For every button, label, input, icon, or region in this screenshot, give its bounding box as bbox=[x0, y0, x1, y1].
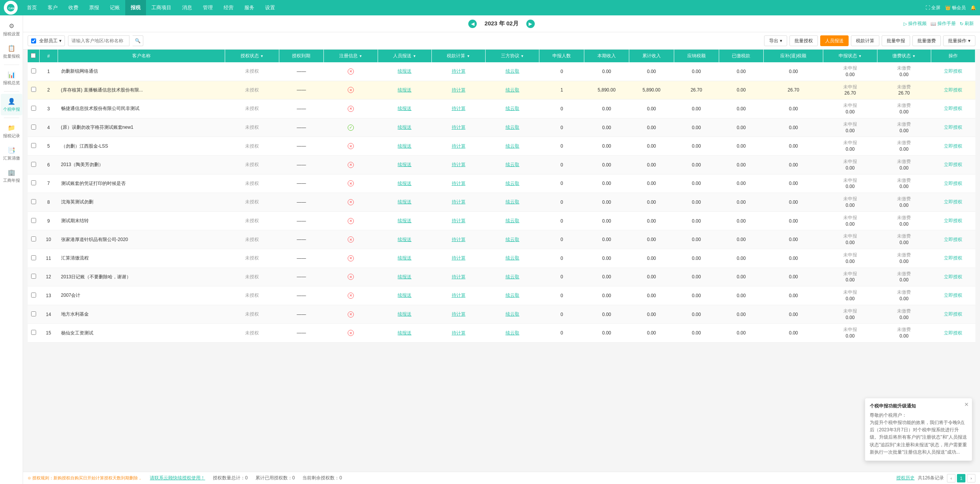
fullscreen-btn[interactable]: ⛶全屏 bbox=[925, 5, 940, 11]
nav-accounting[interactable]: 记账 bbox=[104, 0, 125, 15]
row-checkbox[interactable] bbox=[28, 155, 39, 174]
nav-service[interactable]: 服务 bbox=[239, 0, 260, 15]
row-calc[interactable]: 待计算 bbox=[431, 305, 485, 324]
refresh-btn[interactable]: ↻刷新 bbox=[960, 20, 974, 27]
sidebar-item-tax-settings[interactable]: ⚙ 报税设置 bbox=[1, 18, 22, 40]
th-third-party[interactable]: 三方协议 ▼ bbox=[486, 50, 539, 62]
row-third[interactable]: 续云取 bbox=[486, 230, 539, 249]
row-action[interactable]: 立即授权 bbox=[931, 81, 975, 100]
row-third[interactable]: 续云取 bbox=[486, 62, 539, 81]
row-send[interactable]: 续报送 bbox=[378, 211, 431, 230]
row-send[interactable]: 续报送 bbox=[378, 81, 431, 100]
row-third[interactable]: 续云取 bbox=[486, 305, 539, 324]
row-send[interactable]: 续报送 bbox=[378, 118, 431, 137]
th-name[interactable]: 客户名称 bbox=[58, 50, 225, 62]
row-checkbox[interactable] bbox=[28, 305, 39, 324]
row-calc[interactable]: 待计算 bbox=[431, 230, 485, 249]
row-checkbox[interactable] bbox=[28, 137, 39, 156]
row-send[interactable]: 续报送 bbox=[378, 100, 431, 118]
row-third[interactable]: 续云取 bbox=[486, 137, 539, 156]
nav-finance[interactable]: 经营 bbox=[218, 0, 239, 15]
row-action[interactable]: 立即授权 bbox=[931, 62, 975, 81]
row-third[interactable]: 续云取 bbox=[486, 268, 539, 286]
row-action[interactable]: 立即授权 bbox=[931, 324, 975, 343]
row-checkbox[interactable] bbox=[28, 286, 39, 305]
sidebar-item-tax-overview[interactable]: 📊 报税总览 bbox=[1, 67, 22, 89]
page-1-btn[interactable]: 1 bbox=[957, 474, 965, 482]
row-third[interactable]: 续云取 bbox=[486, 155, 539, 174]
batch-apply-btn[interactable]: 批量申报 bbox=[882, 35, 910, 46]
row-send[interactable]: 续报送 bbox=[378, 324, 431, 343]
sidebar-item-annual-report[interactable]: 🏢 工商年报 bbox=[1, 165, 22, 186]
employee-filter-select[interactable]: 全部员工 ▾ bbox=[28, 35, 65, 46]
row-action[interactable]: 立即授权 bbox=[931, 286, 975, 305]
th-pay-status[interactable]: 缴费状态 ▼ bbox=[877, 50, 931, 62]
row-action[interactable]: 立即授权 bbox=[931, 305, 975, 324]
row-action[interactable]: 立即授权 bbox=[931, 193, 975, 212]
row-checkbox[interactable] bbox=[28, 268, 39, 286]
prev-month-btn[interactable]: ◀ bbox=[468, 20, 477, 28]
row-send[interactable]: 续报送 bbox=[378, 249, 431, 268]
row-checkbox[interactable] bbox=[28, 81, 39, 100]
row-send[interactable]: 续报送 bbox=[378, 62, 431, 81]
row-action[interactable]: 立即授权 bbox=[931, 100, 975, 118]
auth-link[interactable]: 请联系云顾快续授权使用！ bbox=[150, 475, 205, 481]
row-third[interactable]: 续云取 bbox=[486, 286, 539, 305]
th-tax-calc[interactable]: 税款计算 ▼ bbox=[431, 50, 485, 62]
row-third[interactable]: 续云取 bbox=[486, 249, 539, 268]
nav-customer[interactable]: 客户 bbox=[42, 0, 63, 15]
row-send[interactable]: 续报送 bbox=[378, 155, 431, 174]
row-calc[interactable]: 待计算 bbox=[431, 193, 485, 212]
row-send[interactable]: 续报送 bbox=[378, 286, 431, 305]
nav-invoice[interactable]: 票报 bbox=[84, 0, 104, 15]
row-third[interactable]: 续云取 bbox=[486, 324, 539, 343]
sidebar-item-personal-tax[interactable]: 👤 个税申报 bbox=[1, 94, 22, 115]
row-send[interactable]: 续报送 bbox=[378, 230, 431, 249]
row-checkbox[interactable] bbox=[28, 193, 39, 212]
person-send-btn[interactable]: 人员报送 bbox=[820, 35, 849, 46]
row-checkbox[interactable] bbox=[28, 211, 39, 230]
row-third[interactable]: 续云取 bbox=[486, 100, 539, 118]
row-send[interactable]: 续报送 bbox=[378, 174, 431, 193]
sidebar-item-annual-settlement[interactable]: 📑 汇算清缴 bbox=[1, 143, 22, 164]
row-calc[interactable]: 待计算 bbox=[431, 137, 485, 156]
row-action[interactable]: 立即授权 bbox=[931, 268, 975, 286]
row-calc[interactable]: 待计算 bbox=[431, 118, 485, 137]
row-calc[interactable]: 待计算 bbox=[431, 249, 485, 268]
tax-calc-btn[interactable]: 税款计算 bbox=[851, 35, 879, 46]
batch-ops-btn[interactable]: 批量操作 ▾ bbox=[943, 35, 975, 46]
th-apply-status[interactable]: 申报状态 ▼ bbox=[823, 50, 877, 62]
row-send[interactable]: 续报送 bbox=[378, 137, 431, 156]
nav-settings[interactable]: 设置 bbox=[260, 0, 280, 15]
notification-btn[interactable]: 🔔 bbox=[970, 5, 976, 10]
prev-page-btn[interactable]: ‹ bbox=[947, 474, 955, 482]
notification-close-btn[interactable]: ✕ bbox=[964, 401, 969, 407]
row-checkbox[interactable] bbox=[28, 230, 39, 249]
manual-btn[interactable]: 📖操作手册 bbox=[930, 20, 956, 27]
row-send[interactable]: 续报送 bbox=[378, 305, 431, 324]
row-send[interactable]: 续报送 bbox=[378, 268, 431, 286]
row-action[interactable]: 立即授权 bbox=[931, 155, 975, 174]
row-calc[interactable]: 待计算 bbox=[431, 81, 485, 100]
row-third[interactable]: 续云取 bbox=[486, 118, 539, 137]
row-action[interactable]: 立即授权 bbox=[931, 211, 975, 230]
sidebar-item-batch-tax[interactable]: 📋 批量报税 bbox=[1, 41, 22, 62]
select-all-checkbox[interactable] bbox=[31, 53, 36, 58]
row-calc[interactable]: 待计算 bbox=[431, 62, 485, 81]
nav-fee[interactable]: 收费 bbox=[63, 0, 84, 15]
th-checkbox[interactable] bbox=[28, 50, 39, 62]
row-checkbox[interactable] bbox=[28, 249, 39, 268]
search-input[interactable] bbox=[68, 35, 129, 46]
row-third[interactable]: 续云取 bbox=[486, 193, 539, 212]
nav-business[interactable]: 工商项目 bbox=[146, 0, 177, 15]
row-checkbox[interactable] bbox=[28, 118, 39, 137]
th-person-send[interactable]: 人员报送 ▼ bbox=[378, 50, 431, 62]
row-calc[interactable]: 待计算 bbox=[431, 324, 485, 343]
nav-tax[interactable]: 报税 bbox=[125, 0, 146, 15]
row-action[interactable]: 立即授权 bbox=[931, 249, 975, 268]
row-checkbox[interactable] bbox=[28, 100, 39, 118]
row-action[interactable]: 立即授权 bbox=[931, 118, 975, 137]
batch-pay-btn[interactable]: 批量缴费 bbox=[912, 35, 941, 46]
row-third[interactable]: 续云取 bbox=[486, 174, 539, 193]
all-employee-checkbox[interactable] bbox=[31, 38, 36, 43]
